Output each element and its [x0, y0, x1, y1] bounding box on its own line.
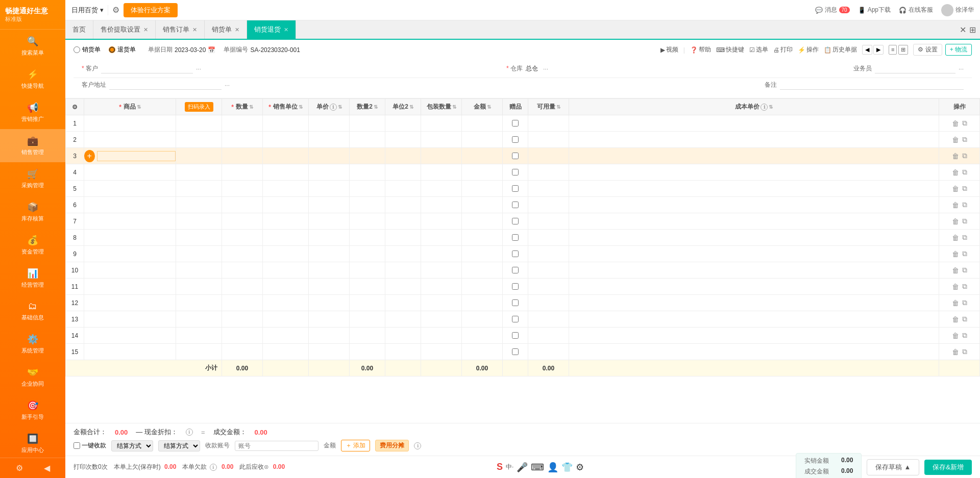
product-cell-7[interactable] — [84, 213, 176, 230]
unit-cell-7[interactable] — [263, 213, 309, 230]
qty-cell-3[interactable] — [222, 148, 263, 164]
amount-cell-3[interactable] — [462, 148, 503, 164]
delete-row-1[interactable]: 🗑 — [952, 119, 959, 128]
sidebar-item-sales[interactable]: 💼 销售管理 — [0, 129, 65, 162]
available-cell-4[interactable] — [528, 164, 569, 181]
product-cell-11[interactable] — [84, 279, 176, 295]
unit-cell-13[interactable] — [263, 311, 309, 328]
cost-cell-8[interactable] — [569, 230, 939, 246]
unit-cell-5[interactable] — [263, 181, 309, 197]
unit-cell-1[interactable] — [263, 115, 309, 132]
price-cell-13[interactable] — [309, 311, 350, 328]
gift-cell-7[interactable] — [503, 213, 528, 230]
sidebar-item-search[interactable]: 🔍 搜索菜单 — [0, 30, 65, 63]
gift-cell-2[interactable] — [503, 132, 528, 148]
qty2-cell-5[interactable] — [350, 181, 385, 197]
delete-row-11[interactable]: 🗑 — [952, 283, 959, 291]
gift-cell-1[interactable] — [503, 115, 528, 132]
amount-cell-5[interactable] — [462, 181, 503, 197]
gift-cell-14[interactable] — [503, 328, 528, 344]
account-input[interactable] — [235, 441, 318, 451]
gift-check-4[interactable] — [512, 169, 519, 175]
available-cell-6[interactable] — [528, 197, 569, 213]
product-cell-10[interactable] — [84, 262, 176, 279]
delete-row-5[interactable]: 🗑 — [952, 185, 959, 193]
sidebar-item-basic[interactable]: 🗂 基础信息 — [0, 295, 65, 328]
gift-check-10[interactable] — [512, 267, 519, 273]
close-all-tabs-icon[interactable]: ✕ — [960, 25, 966, 35]
qty-cell-12[interactable] — [222, 295, 263, 311]
action-shortcut[interactable]: ⌨ 快捷键 — [716, 45, 744, 54]
amount-cell-8[interactable] — [462, 230, 503, 246]
product-cell-4[interactable] — [84, 164, 176, 181]
available-cell-1[interactable] — [528, 115, 569, 132]
gift-check-3[interactable] — [512, 153, 519, 159]
onepay-checkbox[interactable]: 一键收款 — [74, 441, 106, 450]
unit2-cell-11[interactable] — [385, 279, 421, 295]
unit-cell-10[interactable] — [263, 262, 309, 279]
delete-row-13[interactable]: 🗑 — [952, 315, 959, 323]
pkg-cell-11[interactable] — [421, 279, 462, 295]
qty-cell-13[interactable] — [222, 311, 263, 328]
amount-cell-10[interactable] — [462, 262, 503, 279]
tab-sales-return[interactable]: 销货退货 ✕ — [247, 20, 296, 39]
warehouse-picker-icon[interactable]: ··· — [543, 65, 548, 72]
unit2-cell-12[interactable] — [385, 295, 421, 311]
category-select[interactable]: 日用百货 ▾ — [71, 6, 104, 15]
address-input[interactable] — [109, 80, 222, 90]
cost-cell-1[interactable] — [569, 115, 939, 132]
qty2-cell-13[interactable] — [350, 311, 385, 328]
available-cell-14[interactable] — [528, 328, 569, 344]
gift-check-9[interactable] — [512, 250, 519, 257]
qty-cell-6[interactable] — [222, 197, 263, 213]
price-cell-3[interactable] — [309, 148, 350, 164]
unit2-sort-icon[interactable]: ⇅ — [409, 104, 413, 110]
sidebar-item-shortcut[interactable]: ⚡ 快捷导航 — [0, 63, 65, 96]
amount-cell-15[interactable] — [462, 344, 503, 360]
shirt-icon[interactable]: 👕 — [561, 462, 573, 473]
product-cell-15[interactable] — [84, 344, 176, 360]
gift-check-13[interactable] — [512, 316, 519, 322]
gift-check-6[interactable] — [512, 202, 519, 208]
copy-row-4[interactable]: ⧉ — [962, 168, 967, 177]
copy-row-9[interactable]: ⧉ — [962, 249, 967, 258]
add-row-button[interactable]: + — [84, 150, 95, 162]
pkg-cell-14[interactable] — [421, 328, 462, 344]
gear-col-icon[interactable]: ⚙ — [72, 104, 78, 111]
price-cell-10[interactable] — [309, 262, 350, 279]
qty2-cell-8[interactable] — [350, 230, 385, 246]
copy-row-3[interactable]: ⧉ — [962, 152, 967, 160]
qty2-cell-12[interactable] — [350, 295, 385, 311]
price-cell-14[interactable] — [309, 328, 350, 344]
gift-check-5[interactable] — [512, 185, 519, 192]
unit2-cell-8[interactable] — [385, 230, 421, 246]
pkg-cell-3[interactable] — [421, 148, 462, 164]
unit-cell-12[interactable] — [263, 295, 309, 311]
pkg-cell-7[interactable] — [421, 213, 462, 230]
gift-cell-4[interactable] — [503, 164, 528, 181]
scan-button[interactable]: 扫码录入 — [185, 102, 213, 112]
gift-check-2[interactable] — [512, 136, 519, 143]
keyboard-icon[interactable]: ⌨ — [531, 462, 544, 473]
topbar-gear-icon[interactable]: ⚙ — [112, 5, 119, 15]
sidebar-item-purchase[interactable]: 🛒 采购管理 — [0, 162, 65, 195]
app-download-button[interactable]: 📱 App下载 — [858, 6, 891, 14]
price-cell-7[interactable] — [309, 213, 350, 230]
amount-cell-2[interactable] — [462, 132, 503, 148]
copy-row-11[interactable]: ⧉ — [962, 282, 967, 291]
tab-sales-order[interactable]: 销售订单 ✕ — [156, 20, 205, 39]
sidebar-item-finance[interactable]: 💰 资金管理 — [0, 229, 65, 262]
unit-cell-14[interactable] — [263, 328, 309, 344]
product-cell-1[interactable] — [84, 115, 176, 132]
gift-check-15[interactable] — [512, 348, 519, 355]
unit-cell-15[interactable] — [263, 344, 309, 360]
calc-method-select[interactable]: 结算方式 — [111, 440, 153, 451]
price-cell-1[interactable] — [309, 115, 350, 132]
qty-cell-11[interactable] — [222, 279, 263, 295]
pkg-cell-13[interactable] — [421, 311, 462, 328]
cost-cell-15[interactable] — [569, 344, 939, 360]
price-cell-5[interactable] — [309, 181, 350, 197]
qty2-cell-11[interactable] — [350, 279, 385, 295]
unit2-cell-6[interactable] — [385, 197, 421, 213]
tab-price-settings[interactable]: 售价提取设置 ✕ — [93, 20, 156, 39]
